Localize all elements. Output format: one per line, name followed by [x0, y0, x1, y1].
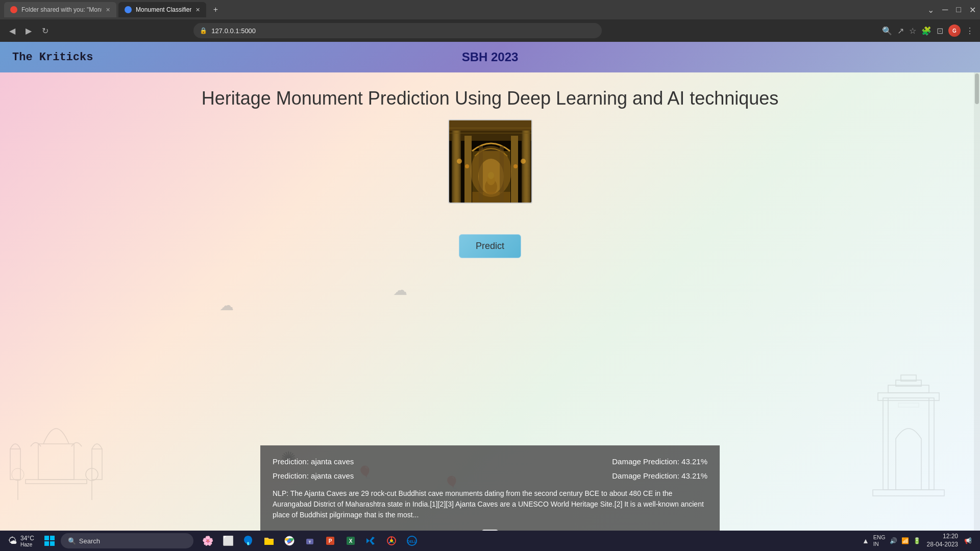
tab-bar: Folder shared with you: "Monum... ✕ Monu…: [0, 0, 980, 19]
minimize-button[interactable]: ─: [942, 5, 948, 14]
svg-rect-41: [44, 541, 49, 546]
gmail-tab[interactable]: Folder shared with you: "Monum... ✕: [4, 2, 116, 17]
chrome-logo: [284, 536, 295, 546]
taskbar-weather: 🌤 34°C Haze: [4, 535, 38, 547]
main-content: Heritage Monument Prediction Using Deep …: [0, 72, 980, 531]
address-bar[interactable]: 🔒 127.0.0.1:5000: [193, 23, 602, 38]
svg-rect-5: [464, 136, 472, 204]
monument-image: [449, 120, 532, 204]
nav-bar: ◀ ▶ ↻ 🔒 127.0.0.1:5000 🔍 ↗ ☆ 🧩 ⊡ G ⋮: [0, 19, 980, 42]
monument-decoration-left: [0, 372, 112, 500]
app-tab[interactable]: Monument Classifier ✕: [118, 2, 206, 17]
svg-text:P: P: [328, 538, 332, 544]
date-display: 28-04-2023: [927, 541, 958, 549]
event-title: SBH 2023: [462, 50, 519, 64]
gmail-favicon: [10, 6, 17, 13]
bookmark-icon[interactable]: ☆: [909, 26, 916, 36]
svg-rect-25: [26, 480, 87, 484]
taskbar-search-icon: 🔍: [68, 537, 76, 545]
image-upload-area[interactable]: [448, 119, 532, 204]
powerpoint-icon[interactable]: P: [322, 533, 338, 549]
taskbar: 🌤 34°C Haze 🔍 Search 🌸 ⬜: [0, 531, 980, 551]
results-panel: Prediction: ajanta caves Prediction: aja…: [260, 445, 720, 531]
app-tab-close[interactable]: ✕: [195, 7, 200, 13]
excel-icon[interactable]: X: [342, 533, 359, 549]
zoom-icon[interactable]: 🔍: [882, 26, 892, 36]
taskbar-app-icons: 🌸 ⬜: [200, 533, 420, 549]
page-title: Heritage Monument Prediction Using Deep …: [202, 88, 779, 109]
svg-rect-37: [873, 490, 944, 496]
svg-rect-4: [452, 131, 461, 204]
url-text: 127.0.0.1:5000: [211, 27, 256, 35]
predict-button[interactable]: Predict: [459, 234, 521, 258]
svg-rect-7: [522, 131, 531, 204]
volume-icon[interactable]: 🔊: [890, 537, 897, 544]
svg-point-45: [288, 539, 291, 542]
share-icon[interactable]: ↗: [897, 26, 904, 36]
extensions-icon[interactable]: 🧩: [921, 26, 932, 36]
menu-icon[interactable]: ⋮: [966, 26, 974, 36]
teams-icon[interactable]: T: [302, 533, 318, 549]
start-button[interactable]: [40, 532, 59, 550]
task-view-icon[interactable]: ⬜: [220, 533, 236, 549]
tray-arrow[interactable]: ▲: [862, 537, 869, 545]
taskbar-clock[interactable]: 12:20 28-04-2023: [927, 533, 958, 548]
chrome-icon[interactable]: [281, 533, 298, 549]
edge-logo: [243, 536, 254, 546]
lang-indicator: ENGIN: [873, 534, 886, 547]
app-header: The Kriticks SBH 2023: [0, 42, 980, 72]
battery-icon[interactable]: 🔋: [913, 537, 921, 544]
weather-icon: 🌤: [8, 536, 17, 546]
svg-point-19: [513, 164, 518, 168]
svg-rect-38: [898, 403, 919, 407]
vscode-logo: [366, 536, 376, 546]
scrollbar[interactable]: [974, 72, 980, 531]
taskbar-search[interactable]: 🔍 Search: [61, 533, 193, 548]
app-favicon: [125, 6, 132, 13]
taskbar-search-label: Search: [79, 537, 100, 545]
monument-decoration-right: [837, 372, 980, 500]
windows-logo: [44, 536, 55, 546]
widgets-icon[interactable]: 🌸: [200, 533, 216, 549]
results-top: Prediction: ajanta caves Prediction: aja…: [273, 456, 707, 482]
tab-list-button[interactable]: ⌄: [927, 5, 934, 15]
wifi-icon[interactable]: 📶: [901, 537, 909, 544]
svg-rect-40: [50, 536, 55, 540]
close-window-button[interactable]: ✕: [969, 5, 976, 15]
weather-info: 34°C Haze: [20, 535, 34, 547]
profile-avatar[interactable]: G: [948, 24, 961, 37]
maximize-button[interactable]: □: [956, 5, 961, 14]
nav-right-controls: 🔍 ↗ ☆ 🧩 ⊡ G ⋮: [882, 24, 974, 37]
file-explorer-icon[interactable]: [261, 533, 277, 549]
svg-rect-39: [44, 536, 49, 540]
system-tray: ▲ ENGIN 🔊 📶 🔋: [862, 534, 921, 547]
edge-icon[interactable]: [240, 533, 257, 549]
sidebar-icon[interactable]: ⊡: [937, 26, 943, 36]
forward-button[interactable]: ▶: [22, 24, 35, 38]
svg-rect-21: [500, 146, 504, 204]
svg-line-55: [392, 542, 394, 543]
dell-logo: DELL: [407, 536, 417, 546]
excel-logo: X: [346, 536, 356, 546]
scrollbar-thumb[interactable]: [975, 73, 979, 104]
refresh-button[interactable]: ↻: [39, 24, 52, 38]
notification-icon[interactable]: 📢: [964, 537, 972, 544]
gmail-tab-close[interactable]: ✕: [106, 7, 110, 13]
results-damage: Damage Prediction: 43.21% Damage Predict…: [612, 456, 707, 482]
svg-text:T: T: [308, 540, 311, 544]
back-button[interactable]: ◀: [6, 24, 18, 38]
taskbar-right: ▲ ENGIN 🔊 📶 🔋 12:20 28-04-2023 📢: [862, 533, 976, 548]
new-tab-button[interactable]: +: [208, 3, 223, 17]
svg-rect-8: [511, 136, 518, 204]
damage-label-2: Damage Prediction: 43.21%: [612, 470, 707, 482]
vscode-icon[interactable]: [363, 533, 379, 549]
time-display: 12:20: [927, 533, 958, 541]
svg-rect-2: [449, 120, 532, 131]
results-predictions: Prediction: ajanta caves Prediction: aja…: [273, 456, 354, 482]
chrome2-icon[interactable]: [383, 533, 400, 549]
dell-icon[interactable]: DELL: [404, 533, 420, 549]
svg-point-17: [521, 159, 526, 164]
svg-text:X: X: [349, 538, 352, 544]
brand-name: The Kriticks: [12, 51, 93, 64]
weather-condition: Haze: [20, 542, 34, 547]
